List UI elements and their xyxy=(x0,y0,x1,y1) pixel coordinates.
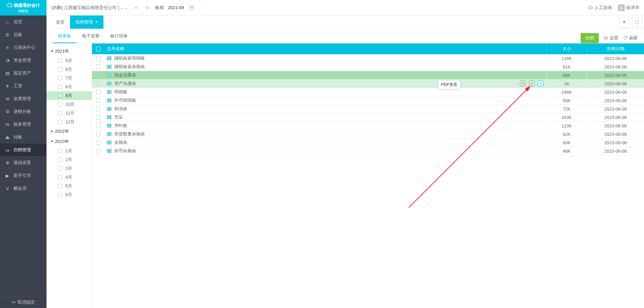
tree-month[interactable]: 5月 xyxy=(47,56,92,65)
table-row[interactable]: 资产负债表1K2023-06-06 xyxy=(92,80,644,88)
row-checkbox[interactable] xyxy=(96,98,101,103)
row-checkbox[interactable] xyxy=(96,115,101,120)
row-checkbox[interactable] xyxy=(96,132,101,136)
table-row[interactable]: 辅助核算明细账116K2023-06-06 xyxy=(92,54,644,63)
nav-settings[interactable]: ✲基础设置 xyxy=(0,156,47,169)
tree-month[interactable]: 4月 xyxy=(47,173,92,182)
row-checkbox[interactable] xyxy=(96,64,101,69)
table-row[interactable]: 外币明细账55K2023-06-06 xyxy=(92,96,644,105)
caret-icon xyxy=(51,130,53,133)
refresh-link[interactable]: 刷新 xyxy=(623,35,638,41)
row-checkbox[interactable] xyxy=(96,140,101,145)
subtab-银行回单[interactable]: 银行回单 xyxy=(105,30,133,43)
select-all-checkbox[interactable] xyxy=(96,47,101,51)
month-label: 12月 xyxy=(65,119,74,125)
unpin-button[interactable]: ↤ 取消固定 xyxy=(0,296,47,308)
tree-month[interactable]: 3月 xyxy=(47,164,92,173)
fullscreen-button[interactable] xyxy=(632,17,642,27)
table-row[interactable]: 存货数量余额表62K2023-06-06 xyxy=(92,130,644,138)
brand-edition: 旗舰版 xyxy=(18,9,28,13)
file-date: 2023-06-06 xyxy=(587,138,644,147)
row-checkbox[interactable] xyxy=(96,81,101,86)
tree-year[interactable]: 2022年 xyxy=(47,126,92,136)
table-row[interactable]: 序时账113K2023-06-06 xyxy=(92,122,644,130)
nav-invoice[interactable]: ✉发票管理 xyxy=(0,92,47,105)
nav-ledger[interactable]: ☰总账 xyxy=(0,28,47,41)
tree-month[interactable]: 1月 xyxy=(47,147,92,155)
brand-logo: 畅捷通好会计 旗舰版 xyxy=(0,0,47,16)
row-checkbox[interactable] xyxy=(96,90,101,94)
consult-button[interactable]: 人工咨询 xyxy=(588,5,612,11)
company-selector[interactable]: (勿删) 江西服宝精品有限责任公司 (... ⌄ xyxy=(51,5,128,11)
table-row[interactable]: 外币余额表48K2023-06-06 xyxy=(92,147,644,155)
tree-month[interactable]: 11月 xyxy=(47,109,92,118)
tree-month[interactable]: 12月 xyxy=(47,118,92,126)
table-row[interactable]: 余额表83K2023-06-06 xyxy=(92,138,644,147)
nav-label: 固定资产 xyxy=(13,70,31,76)
year-label: 2023年 xyxy=(55,138,69,145)
nav-salary[interactable]: ¥工资 xyxy=(0,80,47,92)
table-row[interactable]: 明细账246K2023-06-06 xyxy=(92,88,644,96)
nav-home[interactable]: ⌂首页 xyxy=(0,16,47,28)
tree-month[interactable]: 6月 xyxy=(47,65,92,74)
calendar-icon[interactable] xyxy=(188,4,195,11)
add-company-button[interactable]: ＋ xyxy=(132,4,140,11)
nav-tax[interactable]: %税务管理 xyxy=(0,118,47,131)
nav-fund[interactable]: ◔资金管理 xyxy=(0,54,47,67)
row-checkbox[interactable] xyxy=(96,73,101,78)
row-checkbox[interactable] xyxy=(96,123,101,128)
archive-button[interactable]: 归档 xyxy=(581,33,599,43)
nav-vip[interactable]: V畅会员 xyxy=(0,182,47,195)
month-label: 2月 xyxy=(65,157,72,163)
close-tab-button[interactable]: ✕ xyxy=(619,17,629,27)
tree-month[interactable]: 5月 xyxy=(47,182,92,190)
table-row[interactable]: 凭证163K2023-06-06 xyxy=(92,113,644,122)
close-icon[interactable]: ✕ xyxy=(95,20,98,24)
nav-report[interactable]: ≡云报表中心 xyxy=(0,41,47,54)
nav-close-period[interactable]: ⏏结账 xyxy=(0,131,47,144)
arrow-left-icon: ↤ xyxy=(12,300,16,305)
file-name: 凭证 xyxy=(114,114,123,120)
folder-icon xyxy=(58,175,63,179)
tree-month[interactable]: 7月 xyxy=(47,74,92,83)
tree-month[interactable]: 6月 xyxy=(47,190,92,199)
row-checkbox[interactable] xyxy=(96,106,101,111)
file-size: 55K xyxy=(546,96,587,104)
tab-label: 首页 xyxy=(56,19,65,25)
sidebar: 畅捷通好会计 旗舰版 ⌂首页☰总账≡云报表中心◔资金管理▤固定资产¥工资✉发票管… xyxy=(0,0,47,308)
period-value[interactable]: 2021-09 xyxy=(168,5,184,10)
tree-month[interactable]: 8月 xyxy=(47,83,92,91)
table-row[interactable]: 辅助核算余额表81K2023-06-06 xyxy=(92,63,644,71)
download-xml-icon[interactable] xyxy=(520,81,526,87)
table-row[interactable]: 利润表72K2023-06-06 xyxy=(92,105,644,113)
view-pdf-icon[interactable] xyxy=(538,81,544,87)
tab-归档管理[interactable]: 归档管理✕ xyxy=(70,16,103,29)
table-row[interactable]: 现金流量表66K2023-06-06 xyxy=(92,71,644,80)
sub-tabs: 财务账电子发票银行回单 归档 设置 xyxy=(47,29,644,43)
row-checkbox[interactable] xyxy=(96,149,101,153)
nav-stock[interactable]: ⧉进销台账 xyxy=(0,105,47,118)
subtab-电子发票[interactable]: 电子发票 xyxy=(76,30,105,43)
user-menu[interactable]: 徐泽华 xyxy=(618,4,639,11)
folder-icon xyxy=(58,166,63,171)
refresh-icon xyxy=(623,36,628,40)
company-settings-button[interactable] xyxy=(144,4,151,11)
subtab-财务账[interactable]: 财务账 xyxy=(53,30,76,43)
settings-link[interactable]: 设置 xyxy=(604,35,618,41)
nav-asset[interactable]: ▤固定资产 xyxy=(0,67,47,80)
row-checkbox[interactable] xyxy=(96,56,101,61)
tree-year[interactable]: 2021年 xyxy=(47,46,92,56)
file-icon xyxy=(107,65,112,69)
nav-archive[interactable]: ▭归档管理 xyxy=(0,144,47,156)
nav-guide[interactable]: ▶新手引导 xyxy=(0,169,47,182)
file-date: 2023-06-06 xyxy=(587,63,644,71)
tree-month[interactable]: 9月 xyxy=(47,91,92,100)
download-pdf-icon[interactable] xyxy=(529,81,535,87)
tree-month[interactable]: 2月 xyxy=(47,155,92,164)
caret-icon xyxy=(51,51,54,52)
svg-rect-1 xyxy=(190,6,194,9)
tab-首页[interactable]: 首页 xyxy=(51,16,70,29)
tree-month[interactable]: 10月 xyxy=(47,100,92,109)
month-label: 11月 xyxy=(65,110,74,116)
tree-year[interactable]: 2023年 xyxy=(47,136,92,147)
